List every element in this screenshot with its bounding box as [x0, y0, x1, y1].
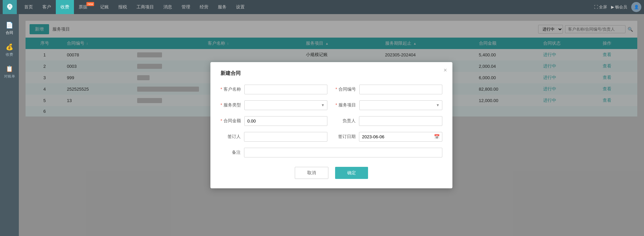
note-input[interactable]: [244, 148, 442, 157]
user-avatar[interactable]: 👤: [631, 2, 641, 12]
nav-item-customer[interactable]: 客户: [38, 0, 56, 14]
nav-item-manage[interactable]: 管理: [177, 0, 195, 14]
modal-overlay: × 新建合同 客户名称 合同编号 服务类型: [19, 14, 644, 236]
sidebar-item-fee[interactable]: 💰 收费: [0, 39, 19, 61]
nav-item-account[interactable]: 记账: [95, 0, 114, 14]
sign-date-wrapper: 📅: [359, 132, 442, 142]
amount-input[interactable]: [244, 116, 327, 126]
modal-close-button[interactable]: ×: [443, 67, 447, 74]
form-row-contract-no: 合同编号: [335, 85, 442, 94]
service-item-label: 服务项目: [335, 102, 356, 108]
service-type-select[interactable]: [244, 100, 327, 110]
sign-date-input[interactable]: [359, 132, 442, 142]
sidebar-item-contract[interactable]: 📄 合同: [0, 17, 19, 39]
cancel-button[interactable]: 取消: [295, 167, 328, 179]
fullscreen-label: 全屏: [599, 4, 607, 10]
nav-item-tax[interactable]: 报税: [114, 0, 132, 14]
note-label: 备注: [220, 149, 241, 155]
nav-item-settings[interactable]: 设置: [231, 0, 249, 14]
contract-no-label: 合同编号: [335, 86, 356, 92]
play-icon: ▶: [611, 5, 614, 9]
sidebar-item-statement[interactable]: 📋 对账单: [0, 61, 19, 83]
confirm-button[interactable]: 确定: [335, 167, 368, 179]
customer-name-label: 客户名称: [220, 86, 241, 92]
avatar-icon: 👤: [634, 5, 639, 9]
form-row-sign-date: 签订日期 📅: [335, 132, 442, 142]
form-grid: 客户名称 合同编号 服务类型 ▼: [220, 85, 442, 157]
service-item-select[interactable]: [359, 100, 442, 110]
main-layout: 📄 合同 💰 收费 📋 对账单 新增 服务项目 进行中 已完成 已终止: [0, 14, 644, 236]
sidebar-item-fee-label: 收费: [6, 52, 13, 57]
amount-label: 合同金额: [220, 118, 241, 124]
statement-icon: 📋: [6, 65, 13, 73]
form-row-responsible: 负责人: [335, 116, 442, 126]
member-label: 畅会员: [615, 4, 627, 10]
service-type-label: 服务类型: [220, 102, 241, 108]
signer-input[interactable]: [244, 132, 327, 142]
nav-item-business[interactable]: 工商项目: [132, 0, 159, 14]
service-type-select-wrapper: ▼: [244, 100, 327, 110]
service-item-select-wrapper: ▼: [359, 100, 442, 110]
form-row-signer: 签订人: [220, 132, 327, 142]
nav-item-ticket[interactable]: 票据 new: [74, 0, 95, 14]
modal-title: 新建合同: [220, 70, 442, 77]
fullscreen-button[interactable]: ⛶ 全屏: [594, 4, 607, 10]
customer-name-input[interactable]: [244, 85, 327, 94]
responsible-label: 负责人: [335, 118, 356, 124]
fullscreen-icon: ⛶: [594, 5, 598, 9]
contract-icon: 📄: [6, 21, 13, 29]
sidebar-item-contract-label: 合同: [6, 30, 13, 35]
responsible-input[interactable]: [359, 116, 442, 126]
sign-date-label: 签订日期: [335, 134, 356, 140]
nav-item-service[interactable]: 服务: [213, 0, 231, 14]
sidebar: 📄 合同 💰 收费 📋 对账单: [0, 14, 19, 236]
content-area: 新增 服务项目 进行中 已完成 已终止 🔍 序号 合同编: [19, 14, 644, 236]
new-contract-modal: × 新建合同 客户名称 合同编号 服务类型: [210, 62, 452, 188]
nav-item-invoice[interactable]: 收费: [56, 0, 74, 14]
form-row-customer-name: 客户名称: [220, 85, 327, 94]
contract-no-input[interactable]: [359, 85, 442, 94]
nav-item-home[interactable]: 首页: [19, 0, 38, 14]
form-row-amount: 合同金额: [220, 116, 327, 126]
sidebar-item-statement-label: 对账单: [4, 74, 15, 79]
nav-right: ⛶ 全屏 ▶ 畅会员 👤: [594, 2, 641, 12]
new-badge: new: [86, 2, 94, 6]
form-row-note: 备注: [220, 148, 442, 157]
top-nav: 首页 客户 收费 票据 new 记账 报税 工商项目 消息 管理 经营 服务 设…: [0, 0, 644, 14]
form-row-service-type: 服务类型 ▼: [220, 100, 327, 110]
signer-label: 签订人: [220, 134, 241, 140]
nav-item-message[interactable]: 消息: [159, 0, 177, 14]
nav-item-finance[interactable]: 经营: [195, 0, 213, 14]
member-button[interactable]: ▶ 畅会员: [611, 4, 627, 10]
modal-footer: 取消 确定: [220, 167, 442, 179]
app-logo: [3, 0, 17, 14]
fee-icon: 💰: [6, 43, 13, 51]
form-row-service-item: 服务项目 ▼: [335, 100, 442, 110]
